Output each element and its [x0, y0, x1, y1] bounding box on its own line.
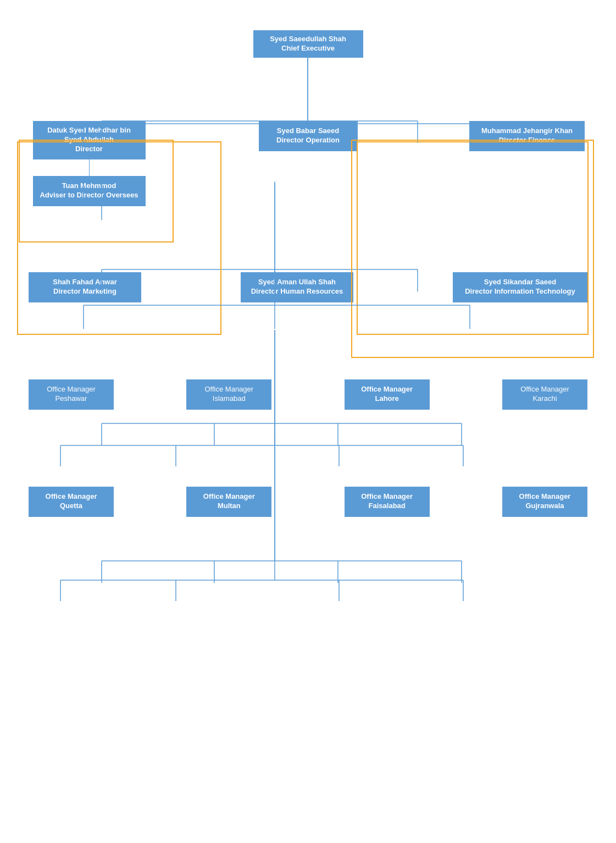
dir1-title: Director [40, 145, 139, 154]
om-quetta-node: Office Manager Quetta [29, 487, 114, 517]
om-faisalabad-node: Office Manager Faisalabad [345, 487, 430, 517]
om-lahore-node: Office Manager Lahore [345, 379, 430, 410]
om-karachi-name: Office Manager [520, 385, 569, 394]
om-row1: Office Manager Peshawar Office Manager I… [11, 379, 605, 410]
om-quetta-name: Office Manager [46, 492, 97, 502]
directors-row: Datuk Syed Mehdhar bin Syed Abdullah Dir… [11, 121, 605, 206]
dir2-node: Syed Babar Saeed Director Operation [259, 121, 358, 151]
ceo-node: Syed Saeedullah Shah Chief Executive [253, 30, 363, 58]
dir1-node: Datuk Syed Mehdhar bin Syed Abdullah Dir… [33, 121, 146, 159]
dit-node: Syed Sikandar Saeed Director Information… [453, 272, 587, 302]
om-gujranwala-node: Office Manager Gujranwala [502, 487, 587, 517]
ceo-row: Syed Saeedullah Shah Chief Executive [11, 16, 605, 58]
ceo-name: Syed Saeedullah Shah [270, 35, 346, 44]
dir2-col: Syed Babar Saeed Director Operation [259, 121, 358, 151]
dir3-title: Director Finance [481, 136, 573, 145]
om-quetta-title: Quetta [46, 502, 97, 511]
dir1-name: Datuk Syed Mehdhar bin Syed Abdullah [40, 126, 139, 145]
ceo-title: Chief Executive [270, 44, 346, 53]
adviser-name: Tuan Mehmmod [40, 181, 138, 191]
dhr-name: Syed Aman Ullah Shah [251, 278, 343, 287]
om-peshawar-title: Peshawar [47, 394, 96, 404]
dir3-name: Muhammad Jehangir Khan [481, 126, 573, 136]
om-islamabad-name: Office Manager [205, 385, 254, 394]
om-multan-name: Office Manager [203, 492, 255, 502]
om-gujranwala-name: Office Manager [519, 492, 571, 502]
org-chart: Syed Saeedullah Shah Chief Executive Dat… [0, 0, 616, 533]
dit-name: Syed Sikandar Saeed [465, 278, 575, 287]
om-islamabad-node: Office Manager Islamabad [186, 379, 271, 410]
om-multan-node: Office Manager Multan [186, 487, 271, 517]
adviser-title: Adviser to Director Oversees [40, 191, 138, 200]
om-peshawar-node: Office Manager Peshawar [29, 379, 114, 410]
om-karachi-title: Karachi [520, 394, 569, 404]
level3-row: Shah Fahad Anwar Director Marketing Syed… [11, 272, 605, 302]
om-lahore-title: Lahore [361, 394, 413, 404]
dir3-col: Muhammad Jehangir Khan Director Finance [467, 121, 587, 151]
dir2-name: Syed Babar Saeed [276, 126, 340, 136]
dit-title: Director Information Technology [465, 287, 575, 296]
adviser-node: Tuan Mehmmod Adviser to Director Oversee… [33, 176, 146, 206]
om-multan-title: Multan [203, 502, 255, 511]
om-islamabad-title: Islamabad [205, 394, 254, 404]
dhr-title: Director Human Resources [251, 287, 343, 296]
dhr-node: Syed Aman Ullah Shah Director Human Reso… [241, 272, 353, 302]
dir1-col: Datuk Syed Mehdhar bin Syed Abdullah Dir… [29, 121, 149, 206]
dmark-name: Shah Fahad Anwar [53, 278, 117, 287]
om-row2: Office Manager Quetta Office Manager Mul… [11, 487, 605, 517]
om-peshawar-name: Office Manager [47, 385, 96, 394]
om-karachi-node: Office Manager Karachi [502, 379, 587, 410]
om-lahore-name: Office Manager [361, 385, 413, 394]
om-gujranwala-title: Gujranwala [519, 502, 571, 511]
dmark-node: Shah Fahad Anwar Director Marketing [29, 272, 141, 302]
om-faisalabad-name: Office Manager [361, 492, 413, 502]
dir3-node: Muhammad Jehangir Khan Director Finance [469, 121, 585, 151]
dir2-title: Director Operation [276, 136, 340, 145]
om-faisalabad-title: Faisalabad [361, 502, 413, 511]
dmark-title: Director Marketing [53, 287, 117, 296]
